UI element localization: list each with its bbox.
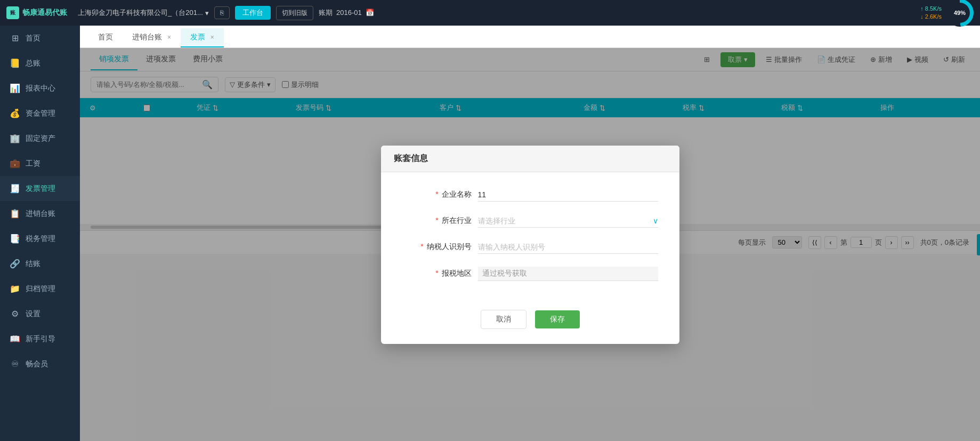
sidebar-item-archive[interactable]: 📁 归档管理 bbox=[0, 276, 80, 301]
sidebar-item-invoice[interactable]: 🧾 发票管理 bbox=[0, 176, 80, 201]
sidebar-item-salary[interactable]: 💼 工资 bbox=[0, 151, 80, 176]
sidebar-item-guide[interactable]: 📖 新手引导 bbox=[0, 326, 80, 351]
assets-icon: 🏢 bbox=[10, 133, 20, 143]
speed-indicator: 49% bbox=[946, 0, 974, 27]
app-logo-icon: 账 bbox=[6, 6, 19, 19]
app-logo: 账 畅康通易代账 bbox=[6, 6, 67, 19]
sidebar-item-label: 报表中心 bbox=[26, 84, 55, 93]
form-row-tax-id: * 纳税人识别号 bbox=[402, 240, 658, 254]
sidebar-item-settings[interactable]: ⚙ 设置 bbox=[0, 301, 80, 326]
sidebar-item-assets[interactable]: 🏢 固定资产 bbox=[0, 126, 80, 151]
sidebar-item-home[interactable]: ⊞ 首页 bbox=[0, 26, 80, 51]
switch-old-btn[interactable]: 切到旧版 bbox=[276, 6, 313, 20]
workbench-btn[interactable]: 工作台 bbox=[235, 6, 271, 20]
ledger-icon: 📒 bbox=[10, 58, 20, 68]
settings-icon: ⚙ bbox=[10, 309, 20, 319]
tax-id-input[interactable] bbox=[478, 240, 658, 254]
industry-select[interactable]: 请选择行业 bbox=[478, 214, 658, 227]
archive-icon: 📁 bbox=[10, 284, 20, 294]
sidebar-item-label: 新手引导 bbox=[26, 334, 55, 344]
sidebar-item-ledger[interactable]: 📒 总账 bbox=[0, 51, 80, 76]
main-layout: ⊞ 首页 📒 总账 📊 报表中心 💰 资金管理 🏢 固定资产 💼 工资 🧾 发票… bbox=[0, 26, 980, 441]
sidebar-item-sales-ledger[interactable]: 📋 进销台账 bbox=[0, 201, 80, 226]
form-row-tax-region: * 报税地区 通过税号获取 bbox=[402, 267, 658, 281]
tab-invoice[interactable]: 发票 × bbox=[181, 28, 224, 47]
modal-header: 账套信息 bbox=[381, 146, 679, 172]
checkout-icon: 🔗 bbox=[10, 259, 20, 269]
copy-btn[interactable]: ⎘ bbox=[214, 6, 230, 19]
company-dropdown-icon: ▾ bbox=[205, 9, 209, 17]
salary-icon: 💼 bbox=[10, 158, 20, 169]
sidebar-item-tax[interactable]: 📑 税务管理 bbox=[0, 226, 80, 251]
sidebar-item-member[interactable]: ♾ 畅会员 bbox=[0, 351, 80, 376]
member-icon: ♾ bbox=[10, 359, 20, 369]
speed-text: ↑ 8.5K/s ↓ 2.6K/s bbox=[920, 5, 942, 21]
speed-percent: 49% bbox=[950, 3, 970, 23]
speed-down: ↓ 2.6K/s bbox=[920, 13, 942, 21]
industry-label: * 所在行业 bbox=[402, 216, 472, 226]
sidebar-item-label: 总账 bbox=[26, 59, 41, 68]
company-name-label: * 企业名称 bbox=[402, 190, 472, 199]
sidebar-item-finance[interactable]: 💰 资金管理 bbox=[0, 101, 80, 126]
modal-footer: 取消 保存 bbox=[381, 304, 679, 344]
industry-select-wrapper[interactable]: 请选择行业 ∨ bbox=[478, 214, 658, 228]
modal-dialog: 账套信息 * 企业名称 bbox=[381, 146, 679, 344]
sales-ledger-icon: 📋 bbox=[10, 209, 20, 219]
sidebar-item-label: 固定资产 bbox=[26, 134, 55, 143]
tab-home[interactable]: 首页 bbox=[88, 28, 123, 47]
guide-icon: 📖 bbox=[10, 334, 20, 344]
save-button[interactable]: 保存 bbox=[535, 310, 580, 328]
cancel-button[interactable]: 取消 bbox=[481, 310, 527, 329]
company-selector[interactable]: 上海卯金刀电子科技有限公司_（台201... ▾ bbox=[78, 8, 209, 18]
sidebar-item-label: 首页 bbox=[26, 34, 41, 43]
sidebar-item-label: 设置 bbox=[26, 309, 41, 319]
tab-close-sales-ledger[interactable]: × bbox=[167, 34, 171, 41]
sidebar-item-label: 归档管理 bbox=[26, 284, 55, 294]
sidebar-item-label: 结账 bbox=[26, 259, 41, 269]
page-content: 销项发票 进项发票 费用小票 ⊞ 取票 ▾ bbox=[80, 48, 980, 441]
sidebar-item-label: 进销台账 bbox=[26, 209, 55, 219]
finance-icon: 💰 bbox=[10, 108, 20, 118]
tab-bar: 首页 进销台账 × 发票 × bbox=[80, 26, 980, 48]
tax-id-label: * 纳税人识别号 bbox=[402, 242, 472, 252]
tab-close-invoice[interactable]: × bbox=[210, 34, 214, 41]
sidebar-item-label: 畅会员 bbox=[26, 359, 48, 369]
period-label: 账期 2016-01 📅 bbox=[319, 8, 375, 18]
copy-icon: ⎘ bbox=[220, 9, 224, 17]
invoice-icon: 🧾 bbox=[10, 183, 20, 194]
sidebar: ⊞ 首页 📒 总账 📊 报表中心 💰 资金管理 🏢 固定资产 💼 工资 🧾 发票… bbox=[0, 26, 80, 441]
modal-title: 账套信息 bbox=[394, 154, 428, 163]
sidebar-item-label: 税务管理 bbox=[26, 234, 55, 244]
tax-icon: 📑 bbox=[10, 234, 20, 244]
form-row-company-name: * 企业名称 bbox=[402, 188, 658, 202]
tab-sales-ledger[interactable]: 进销台账 × bbox=[123, 28, 181, 47]
modal-overlay: 账套信息 * 企业名称 bbox=[80, 48, 980, 441]
form-row-industry: * 所在行业 请选择行业 ∨ bbox=[402, 214, 658, 228]
company-name: 上海卯金刀电子科技有限公司_（台201... bbox=[78, 8, 203, 18]
app-logo-text: 畅康通易代账 bbox=[22, 8, 67, 18]
speed-up: ↑ 8.5K/s bbox=[920, 5, 942, 13]
sidebar-item-checkout[interactable]: 🔗 结账 bbox=[0, 251, 80, 276]
content-area: 首页 进销台账 × 发票 × 销项发票 进项发票 费用 bbox=[80, 26, 980, 441]
calendar-icon: 📅 bbox=[366, 9, 374, 17]
top-header: 账 畅康通易代账 上海卯金刀电子科技有限公司_（台201... ▾ ⎘ 工作台 … bbox=[0, 0, 980, 26]
company-name-input[interactable] bbox=[478, 188, 658, 202]
modal-body: * 企业名称 * 所在行业 bbox=[381, 172, 679, 304]
report-icon: 📊 bbox=[10, 83, 20, 93]
sidebar-item-label: 工资 bbox=[26, 159, 41, 169]
tax-region-label: * 报税地区 bbox=[402, 269, 472, 278]
sidebar-item-label: 资金管理 bbox=[26, 109, 55, 118]
tax-region-disabled-input: 通过税号获取 bbox=[478, 267, 658, 281]
sidebar-item-reports[interactable]: 📊 报表中心 bbox=[0, 76, 80, 101]
sidebar-item-label: 发票管理 bbox=[26, 184, 55, 194]
home-icon: ⊞ bbox=[10, 33, 20, 43]
